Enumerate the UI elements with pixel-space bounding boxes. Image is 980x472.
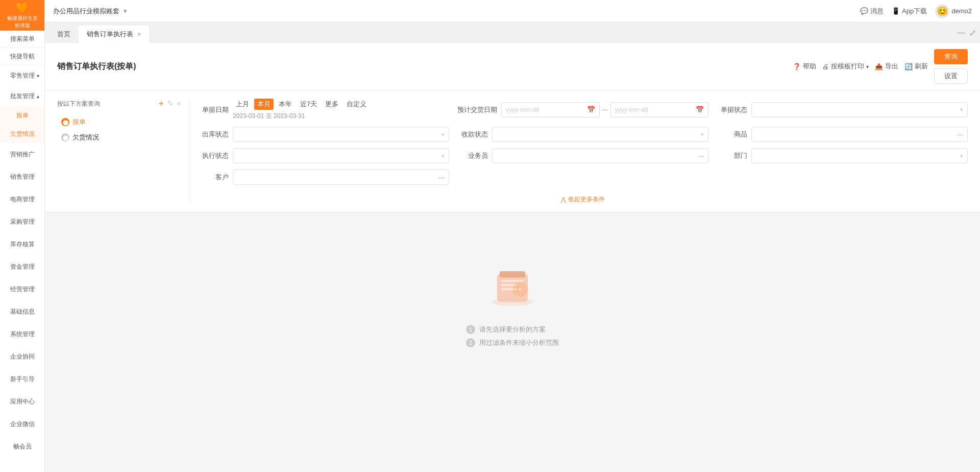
salesperson-field[interactable]: ··· <box>492 148 708 163</box>
customer-more-icon[interactable]: ··· <box>438 173 445 181</box>
sidebar-item-enterprise[interactable]: 企业协同 <box>0 345 44 368</box>
add-scheme-icon[interactable]: + <box>159 99 164 109</box>
tip-num-2: 2 <box>466 338 475 347</box>
tab-expand-area: — ⤢ <box>957 28 976 38</box>
sidebar-item-member[interactable]: 畅会员 <box>0 435 44 458</box>
query-button[interactable]: 查询 <box>934 49 968 64</box>
date-tab-7days[interactable]: 近7天 <box>297 99 320 110</box>
page-header: 销售订单执行表(按单) ❓ 帮助 🖨 按模板打印 ▾ 📤 导出 🔄 刷新 <box>45 43 980 90</box>
sidebar-item-purchase[interactable]: 采购管理 <box>0 210 44 233</box>
search-menu[interactable]: 搜索菜单 <box>0 31 44 48</box>
sidebar-item-retail[interactable]: 零售管理 ▾ <box>0 65 44 86</box>
date-tab-more[interactable]: 更多 <box>322 99 341 110</box>
date-tab-thismonth[interactable]: 本月 <box>254 99 274 110</box>
tab-sales-exec[interactable]: 销售订单执行表 × <box>79 26 149 43</box>
app-name: 畅捷通好生意 <box>7 15 38 22</box>
sidebar-item-wechat[interactable]: 企业微信 <box>0 413 44 435</box>
chevron-down-icon: ▴ <box>37 93 39 99</box>
sidebar-item-sales[interactable]: 销售管理 <box>0 166 44 188</box>
customer-field[interactable]: ··· <box>233 170 449 185</box>
out-status-select[interactable]: ▾ <box>233 127 449 142</box>
product-label: 商品 <box>717 130 747 139</box>
receipt-status-select[interactable]: ▾ <box>492 127 708 142</box>
filter-row-3: 执行状态 ▾ 业务员 ··· 部门 <box>198 148 968 163</box>
filter-row-2: 出库状态 ▾ 收款状态 ▾ 商品 <box>198 127 968 142</box>
user-profile[interactable]: 😊 demo2 <box>935 4 972 18</box>
filter-expected-date: 预计交货日期 yyyy-mm-dd 📅 — yyyy-mm-dd 📅 <box>457 99 708 121</box>
department-select[interactable]: ▾ <box>751 148 968 163</box>
status-select[interactable]: ▾ <box>751 102 968 117</box>
product-more-icon[interactable]: ··· <box>957 130 963 138</box>
topbar-arrow[interactable]: ▾ <box>124 7 127 15</box>
product-field[interactable]: ··· <box>751 127 968 142</box>
tab-close-btn[interactable]: × <box>137 31 141 38</box>
help-btn[interactable]: ❓ 帮助 <box>793 62 816 71</box>
export-label: 导出 <box>885 62 898 71</box>
filter-receipt-status: 收款状态 ▾ <box>457 127 708 142</box>
salesperson-more-icon[interactable]: ··· <box>698 152 704 160</box>
date-tab-custom[interactable]: 自定义 <box>344 99 370 110</box>
sidebar-item-basic[interactable]: 基础信息 <box>0 300 44 323</box>
expected-date-from[interactable]: yyyy-mm-dd 📅 <box>501 102 600 117</box>
date-tab-lastmonth[interactable]: 上月 <box>233 99 252 110</box>
help-label: 帮助 <box>803 62 816 71</box>
status-arrow-icon: ▾ <box>960 106 963 113</box>
sidebar-item-apps[interactable]: 应用中心 <box>0 390 44 413</box>
scheme-item-order[interactable]: ⬤ 按单 <box>57 115 181 129</box>
salesperson-label: 业务员 <box>457 151 488 160</box>
collapse-btn-row: ⋀ 收起更多条件 <box>198 191 968 204</box>
sidebar-item-management[interactable]: 经营管理 <box>0 278 44 300</box>
tabbar: 首页 销售订单执行表 × — ⤢ <box>45 22 980 43</box>
sidebar-item-wholesale-label: 批发管理 <box>10 92 35 101</box>
scheme-item-shortage[interactable]: ⬤ 欠货情况 <box>57 131 181 144</box>
collapse-btn[interactable]: ⋀ 收起更多条件 <box>561 191 605 204</box>
filter-out-status: 出库状态 ▾ <box>198 127 449 142</box>
sidebar-item-inventory[interactable]: 库存核算 <box>0 233 44 255</box>
date-dash: — <box>602 106 608 113</box>
refresh-label: 刷新 <box>915 62 928 71</box>
sidebar-item-retail-label: 零售管理 <box>10 72 35 80</box>
sidebar-item-guide[interactable]: 新手引导 <box>0 368 44 390</box>
filter-status-field: 单据状态 ▾ <box>717 99 968 121</box>
filter-scheme-panel: 按以下方案查询 + ✎ « ⬤ 按单 ⬤ 欠货情况 <box>57 99 190 204</box>
collapse-scheme-icon[interactable]: « <box>177 99 181 109</box>
scheme-icon-shortage: ⬤ <box>61 133 69 141</box>
settings-button[interactable]: 设置 <box>934 68 968 84</box>
sidebar-item-finance[interactable]: 资金管理 <box>0 255 44 278</box>
expected-date-label: 预计交货日期 <box>457 105 497 114</box>
logo-icon: 🧡 <box>16 2 29 14</box>
refresh-icon: 🔄 <box>904 63 913 70</box>
refresh-btn[interactable]: 🔄 刷新 <box>904 62 928 71</box>
sidebar-sub-item-order[interactable]: 按单 <box>0 106 44 125</box>
quick-nav[interactable]: 快捷导航 <box>0 48 44 65</box>
expand-icon[interactable]: ⤢ <box>969 28 976 38</box>
date-range-text: 2023-03-01 至 2023-03-31 <box>233 112 449 121</box>
edit-scheme-icon[interactable]: ✎ <box>167 99 174 109</box>
sidebar-item-wholesale[interactable]: 批发管理 ▴ <box>0 86 44 106</box>
tip-text-1: 请先选择要分析的方案 <box>479 325 546 334</box>
message-btn[interactable]: 💬 消息 <box>860 7 884 16</box>
filter-date-field: 单据日期 上月 本月 本年 近7天 更多 自定义 2023-03-01 至 20… <box>198 99 449 121</box>
tab-home[interactable]: 首页 <box>49 26 79 43</box>
sidebar-item-marketing[interactable]: 营销推广 <box>0 143 44 166</box>
exec-status-select[interactable]: ▾ <box>233 148 449 163</box>
date-tab-thisyear[interactable]: 本年 <box>276 99 295 110</box>
print-btn[interactable]: 🖨 按模板打印 ▾ <box>822 62 869 71</box>
expected-date-to[interactable]: yyyy-mm-dd 📅 <box>610 102 709 117</box>
filter-exec-status: 执行状态 ▾ <box>198 148 449 163</box>
date-to-placeholder: yyyy-mm-dd <box>615 106 648 113</box>
app-download-btn[interactable]: 📱 App下载 <box>892 7 927 16</box>
avatar: 😊 <box>935 4 949 18</box>
sidebar-item-ecommerce[interactable]: 电商管理 <box>0 188 44 210</box>
export-btn[interactable]: 📤 导出 <box>875 62 898 71</box>
status-label: 单据状态 <box>717 105 747 114</box>
topbar-title: 办公用品行业模拟账套 <box>53 7 119 16</box>
empty-tip-2: 2 用过滤条件来缩小分析范围 <box>466 338 559 347</box>
sidebar-sub-item-debt[interactable]: 欠货情况 <box>0 125 44 143</box>
sidebar-item-system[interactable]: 系统管理 <box>0 323 44 345</box>
minimize-icon[interactable]: — <box>957 28 965 37</box>
message-icon: 💬 <box>860 7 868 15</box>
calendar-icon: 📅 <box>587 106 595 113</box>
export-icon: 📤 <box>875 63 883 70</box>
collapse-label: 收起更多条件 <box>568 195 605 204</box>
